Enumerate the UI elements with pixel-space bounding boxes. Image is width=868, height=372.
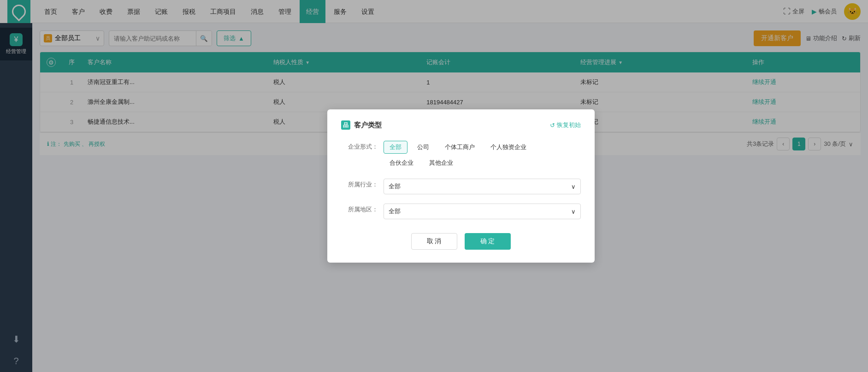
tag-all[interactable]: 全部 <box>384 141 407 154</box>
region-label: 所属地区： <box>341 204 378 214</box>
industry-row: 所属行业： 全部 ∨ <box>341 179 581 194</box>
modal-footer: 取 消 确 定 <box>341 233 581 250</box>
confirm-button[interactable]: 确 定 <box>465 233 511 250</box>
region-dropdown-icon: ∨ <box>571 208 576 215</box>
enterprise-row: 企业形式： 全部 公司 个体工商户 个人独资企业 合伙企业 其他企业 <box>341 141 581 169</box>
cancel-button[interactable]: 取 消 <box>411 233 457 250</box>
industry-select[interactable]: 全部 ∨ <box>384 179 581 194</box>
tag-other[interactable]: 其他企业 <box>423 156 459 169</box>
tag-sole[interactable]: 个人独资企业 <box>484 141 532 154</box>
reset-icon: ↺ <box>550 122 555 129</box>
tag-group: 全部 公司 个体工商户 个人独资企业 <box>384 141 581 154</box>
region-content: 全部 ∨ <box>384 204 581 219</box>
modal-title: 品 客户类型 <box>341 120 382 130</box>
reset-button[interactable]: ↺ 恢复初始 <box>550 121 581 129</box>
region-row: 所属地区： 全部 ∨ <box>341 204 581 219</box>
modal-header: 品 客户类型 ↺ 恢复初始 <box>341 120 581 130</box>
tag-company[interactable]: 公司 <box>411 141 435 154</box>
modal-title-text: 客户类型 <box>354 121 382 130</box>
tag-individual[interactable]: 个体工商户 <box>439 141 481 154</box>
tag-partnership[interactable]: 合伙企业 <box>384 156 419 169</box>
industry-value: 全部 <box>389 182 401 191</box>
industry-label: 所属行业： <box>341 179 378 189</box>
industry-content: 全部 ∨ <box>384 179 581 194</box>
region-select[interactable]: 全部 ∨ <box>384 204 581 219</box>
enterprise-label: 企业形式： <box>341 141 378 151</box>
modal-title-icon: 品 <box>341 120 350 130</box>
filter-modal: 品 客户类型 ↺ 恢复初始 企业形式： 全部 公司 个体工商户 个人独资企业 合… <box>327 109 595 263</box>
enterprise-tags: 全部 公司 个体工商户 个人独资企业 合伙企业 其他企业 <box>384 141 581 169</box>
tag-group-2: 合伙企业 其他企业 <box>384 156 581 169</box>
region-value: 全部 <box>389 207 401 216</box>
industry-dropdown-icon: ∨ <box>571 183 576 190</box>
